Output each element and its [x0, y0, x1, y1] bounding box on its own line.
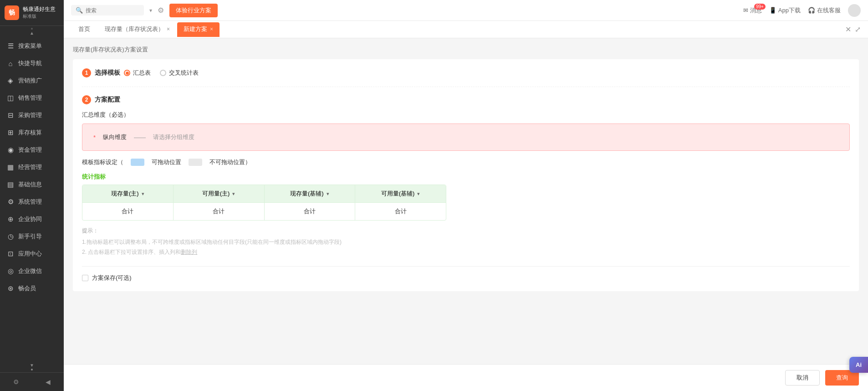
- enterprise-icon: ⊕: [6, 215, 15, 223]
- sidebar-scroll-down[interactable]: ▼: [0, 361, 64, 372]
- content-area: 现存量(库存状况表)方案设置 1 选择模板 汇总表 交叉统计表: [64, 38, 868, 364]
- stats-col-label-1: 可用量(主): [202, 190, 230, 198]
- step1-header: 1 选择模板 汇总表 交叉统计表: [82, 68, 850, 77]
- step2-number: 2: [82, 95, 91, 104]
- sidebar-item-label: 采购管理: [18, 111, 42, 119]
- stats-col-3[interactable]: 可用量(基辅) ▾: [355, 185, 446, 202]
- sidebar-item-operations[interactable]: ▦ 经营管理: [0, 159, 64, 176]
- step1-title: 选择模板: [95, 69, 120, 77]
- sidebar-item-search[interactable]: ☰ 搜索菜单: [0, 37, 64, 55]
- sidebar-item-apps[interactable]: ⊡ 应用中心: [0, 245, 64, 262]
- app-download-button[interactable]: 📱 App下载: [769, 6, 801, 15]
- sidebar-item-quicknav[interactable]: ⌂ 快捷导航: [0, 55, 64, 72]
- stats-table-row: 合计 合计 合计 合计: [82, 202, 446, 220]
- tabs-actions: ✕ ⤢: [845, 25, 861, 34]
- tab-new-plan[interactable]: 新建方案 ×: [177, 22, 220, 37]
- tip-1: 1.拖动标题栏可以调整布局，不可跨维度或指标区域拖动任何目字段(只能在同一维度或…: [82, 237, 850, 247]
- page-title: 现存量(库存状况表)方案设置: [73, 46, 859, 54]
- purchase-icon: ⊟: [6, 111, 15, 119]
- customer-service-button[interactable]: 🎧 在线客服: [808, 6, 841, 15]
- stats-title: 统计指标: [82, 173, 850, 181]
- save-checkbox[interactable]: [82, 275, 88, 281]
- sidebar-item-label: 库存核算: [18, 129, 42, 137]
- trial-button[interactable]: 体验行业方案: [169, 4, 218, 17]
- dimension-required-mark: *: [93, 134, 96, 141]
- settings-button[interactable]: ⚙: [10, 376, 23, 387]
- sidebar-item-enterprise[interactable]: ⊕ 企业协同: [0, 211, 64, 228]
- indicator-fixed-text: 不可拖动位置）: [209, 158, 251, 166]
- sidebar-item-member[interactable]: ⊛ 畅会员: [0, 280, 64, 297]
- app-edition: 标准版: [23, 13, 56, 20]
- radio-crosstab[interactable]: 交叉统计表: [160, 69, 199, 77]
- sales-icon: ◫: [6, 94, 15, 102]
- dimension-dash: ——: [134, 134, 146, 141]
- sidebar: 畅 畅康通好生意 标准版 ▲ ☰ 搜索菜单 ⌂ 快捷导航 ◈ 营销推广 ◫ 销售…: [0, 0, 64, 391]
- search-box[interactable]: 🔍: [71, 5, 144, 15]
- indicator-row: 模板指标设定（ 可拖动位置 不可拖动位置）: [82, 158, 850, 166]
- sidebar-scroll-up[interactable]: ▲: [0, 26, 64, 37]
- apps-icon: ⊡: [6, 250, 15, 258]
- tab-home[interactable]: 首页: [71, 21, 97, 38]
- topbar-gear-icon[interactable]: ⚙: [158, 6, 164, 15]
- tab-inventory[interactable]: 现存量（库存状况表） ×: [97, 21, 177, 38]
- radio-crosstab-label: 交叉统计表: [169, 69, 199, 77]
- sidebar-item-label: 企业微信: [18, 267, 42, 275]
- cancel-button[interactable]: 取消: [785, 370, 820, 386]
- tab-close-btn[interactable]: ✕: [845, 25, 851, 34]
- messages-button[interactable]: ✉ 消息 99+: [743, 6, 762, 15]
- stats-col-0[interactable]: 现存量(主) ▾: [82, 185, 174, 202]
- stats-cell-1: 合计: [174, 203, 265, 220]
- stats-col-1[interactable]: 可用量(主) ▾: [174, 185, 265, 202]
- tab-inventory-close[interactable]: ×: [167, 26, 170, 32]
- step2-header: 2 方案配置: [82, 95, 850, 104]
- messages-badge: 99+: [754, 4, 766, 10]
- sidebar-item-label: 新手引导: [18, 232, 42, 241]
- sidebar-item-guide[interactable]: ◷ 新手引导: [0, 228, 64, 245]
- search-menu-icon: ☰: [6, 42, 15, 50]
- topbar-dropdown[interactable]: ▾: [149, 7, 152, 14]
- collapse-button[interactable]: ◀: [42, 376, 54, 387]
- tips-title: 提示：: [82, 227, 850, 235]
- footer-bar: 取消 查询: [64, 364, 868, 391]
- tab-expand-btn[interactable]: ⤢: [855, 25, 861, 34]
- chevron-down-icon-3: ▾: [417, 191, 420, 197]
- step2-title: 方案配置: [95, 96, 120, 104]
- ai-button[interactable]: Ai: [849, 357, 868, 373]
- template-radio-group: 汇总表 交叉统计表: [124, 69, 199, 77]
- stats-col-2[interactable]: 现存量(基辅) ▾: [265, 185, 356, 202]
- sidebar-item-marketing[interactable]: ◈ 营销推广: [0, 72, 64, 89]
- aggregation-label: 汇总维度（必选）: [82, 111, 850, 119]
- sidebar-item-basic-info[interactable]: ▤ 基础信息: [0, 176, 64, 193]
- user-avatar[interactable]: [848, 4, 861, 17]
- tips-section: 提示： 1.拖动标题栏可以调整布局，不可跨维度或指标区域拖动任何目字段(只能在同…: [82, 227, 850, 257]
- sidebar-item-purchase[interactable]: ⊟ 采购管理: [0, 107, 64, 124]
- sidebar-item-inventory[interactable]: ⊞ 库存核算: [0, 124, 64, 141]
- sidebar-item-wechat[interactable]: ◎ 企业微信: [0, 262, 64, 280]
- stats-col-label-2: 现存量(基辅): [290, 190, 324, 198]
- sidebar-item-system[interactable]: ⚙ 系统管理: [0, 193, 64, 211]
- tab-new-close[interactable]: ×: [210, 26, 213, 32]
- sidebar-item-label: 搜索菜单: [18, 42, 42, 50]
- sidebar-item-sales[interactable]: ◫ 销售管理: [0, 89, 64, 107]
- sidebar-item-label: 畅会员: [18, 284, 36, 293]
- stats-col-label-3: 可用量(基辅): [381, 190, 415, 198]
- sidebar-nav: ☰ 搜索菜单 ⌂ 快捷导航 ◈ 营销推广 ◫ 销售管理 ⊟ 采购管理 ⊞ 库存核…: [0, 37, 64, 361]
- finance-icon: ◉: [6, 146, 15, 154]
- delete-col-link[interactable]: 删除列: [181, 249, 197, 255]
- stats-table-header: 现存量(主) ▾ 可用量(主) ▾ 现存量(基辅) ▾ 可用量(基辅): [82, 185, 446, 202]
- sidebar-item-finance[interactable]: ◉ 资金管理: [0, 141, 64, 159]
- step2-section: 2 方案配置 汇总维度（必选） * 纵向维度 —— 请选择分组维度 模板指标设定…: [82, 95, 850, 257]
- tab-inventory-label: 现存量（库存状况表）: [105, 25, 164, 33]
- fixed-badge: [189, 159, 202, 166]
- search-icon: 🔍: [76, 7, 83, 14]
- member-icon: ⊛: [6, 284, 15, 293]
- step1-section: 1 选择模板 汇总表 交叉统计表: [82, 68, 850, 77]
- search-input[interactable]: [86, 7, 139, 14]
- radio-summary[interactable]: 汇总表: [124, 69, 151, 77]
- stats-cell-2: 合计: [265, 203, 356, 220]
- marketing-icon: ◈: [6, 77, 15, 85]
- chevron-down-icon-1: ▾: [232, 191, 235, 197]
- tab-home-label: 首页: [78, 25, 90, 33]
- app-logo-icon: 畅: [5, 5, 19, 20]
- indicator-draggable-text: 可拖动位置: [152, 158, 181, 166]
